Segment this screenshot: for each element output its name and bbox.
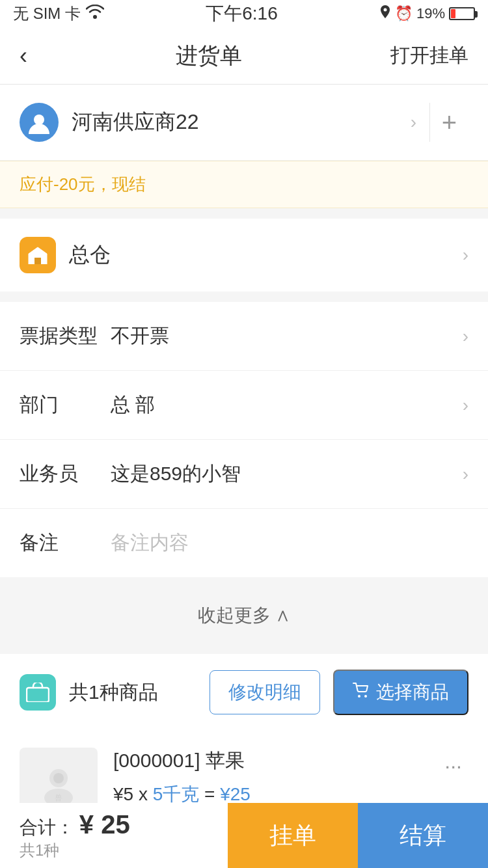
battery-icon bbox=[449, 7, 475, 20]
svg-point-1 bbox=[34, 115, 44, 125]
collapse-button[interactable]: 收起更多 ∧ bbox=[0, 588, 488, 644]
back-button[interactable]: ‹ bbox=[20, 42, 27, 70]
location-icon bbox=[379, 5, 391, 23]
svg-rect-3 bbox=[34, 258, 41, 264]
department-chevron-icon: › bbox=[463, 395, 468, 416]
invoice-type-chevron-icon: › bbox=[463, 326, 468, 347]
status-bar: 无 SIM 卡 下午6:16 ⏰ 19% bbox=[0, 0, 488, 27]
carrier-label: 无 SIM 卡 bbox=[13, 3, 81, 24]
invoice-type-label: 票据类型 bbox=[20, 323, 111, 349]
select-product-button[interactable]: 选择商品 bbox=[333, 670, 468, 715]
total-label: 合计： bbox=[20, 817, 74, 837]
warehouse-icon bbox=[20, 237, 56, 273]
alarm-icon: ⏰ bbox=[395, 5, 413, 22]
edit-detail-button[interactable]: 修改明细 bbox=[210, 670, 320, 714]
warehouse-name: 总仓 bbox=[69, 241, 463, 269]
page-title: 进货单 bbox=[176, 41, 242, 71]
footer-total: 合计： ¥ 25 共1种 bbox=[0, 810, 228, 861]
remark-label: 备注 bbox=[20, 530, 111, 556]
svg-text:兽: 兽 bbox=[55, 793, 62, 802]
status-left: 无 SIM 卡 bbox=[13, 3, 104, 24]
wifi-icon bbox=[86, 5, 104, 23]
footer-bar: 合计： ¥ 25 共1种 挂单 结算 bbox=[0, 803, 488, 868]
supplier-avatar bbox=[20, 103, 59, 142]
supplier-chevron-icon: › bbox=[411, 112, 416, 133]
department-value: 总 部 bbox=[111, 392, 463, 418]
product-quantity: 5千克 bbox=[153, 784, 200, 804]
add-supplier-button[interactable]: + bbox=[429, 103, 468, 142]
product-info: [0000001] 苹果 ¥5 x 5千克 = ¥25 bbox=[113, 748, 438, 807]
salesperson-label: 业务员 bbox=[20, 461, 111, 487]
form-section: 票据类型 不开票 › 部门 总 部 › 业务员 这是859的小智 › 备注 备注… bbox=[0, 302, 488, 577]
salesperson-row[interactable]: 业务员 这是859的小智 › bbox=[0, 440, 488, 509]
equals-sign: = bbox=[204, 784, 220, 804]
hang-button[interactable]: 挂单 bbox=[228, 803, 358, 868]
product-unit-price: ¥5 bbox=[113, 784, 133, 804]
remark-row[interactable]: 备注 备注内容 bbox=[0, 509, 488, 577]
supplier-notice: 应付-20元，现结 bbox=[0, 161, 488, 208]
product-header: 共1种商品 修改明细 选择商品 bbox=[0, 654, 488, 731]
product-total: ¥25 bbox=[220, 784, 251, 804]
svg-point-0 bbox=[383, 8, 386, 12]
nav-bar: ‹ 进货单 打开挂单 bbox=[0, 27, 488, 85]
supplier-row[interactable]: 河南供应商22 › + bbox=[0, 85, 488, 161]
svg-point-5 bbox=[358, 695, 360, 698]
remark-input[interactable]: 备注内容 bbox=[111, 530, 468, 556]
warehouse-chevron-icon: › bbox=[463, 245, 468, 265]
select-product-label: 选择商品 bbox=[376, 680, 449, 705]
supplier-section: 河南供应商22 › + 应付-20元，现结 bbox=[0, 85, 488, 208]
salesperson-chevron-icon: › bbox=[463, 464, 468, 485]
open-hang-button[interactable]: 打开挂单 bbox=[390, 42, 468, 69]
product-code: [0000001] bbox=[113, 750, 200, 771]
multiply-sign: x bbox=[139, 784, 153, 804]
supplier-name: 河南供应商22 bbox=[72, 108, 411, 137]
department-row[interactable]: 部门 总 部 › bbox=[0, 371, 488, 440]
checkout-button[interactable]: 结算 bbox=[358, 803, 488, 868]
total-amount: ¥ 25 bbox=[79, 810, 130, 839]
product-more-button[interactable]: ··· bbox=[438, 748, 468, 785]
svg-rect-4 bbox=[27, 688, 49, 702]
department-label: 部门 bbox=[20, 392, 111, 418]
product-count-text: 共1种商品 bbox=[69, 679, 197, 706]
invoice-type-row[interactable]: 票据类型 不开票 › bbox=[0, 302, 488, 371]
battery-percent: 19% bbox=[416, 5, 445, 22]
total-sub: 共1种 bbox=[20, 840, 208, 861]
svg-point-9 bbox=[53, 773, 64, 783]
cart-icon bbox=[353, 682, 371, 703]
salesperson-value: 这是859的小智 bbox=[111, 461, 463, 487]
product-title: 苹果 bbox=[206, 750, 245, 771]
status-right: ⏰ 19% bbox=[379, 5, 475, 23]
product-name: [0000001] 苹果 bbox=[113, 748, 438, 774]
status-time: 下午6:16 bbox=[206, 1, 278, 26]
invoice-type-value: 不开票 bbox=[111, 323, 463, 349]
product-count-icon bbox=[20, 674, 56, 711]
warehouse-row[interactable]: 总仓 › bbox=[0, 219, 488, 292]
svg-point-6 bbox=[364, 695, 367, 698]
warehouse-section: 总仓 › bbox=[0, 219, 488, 292]
